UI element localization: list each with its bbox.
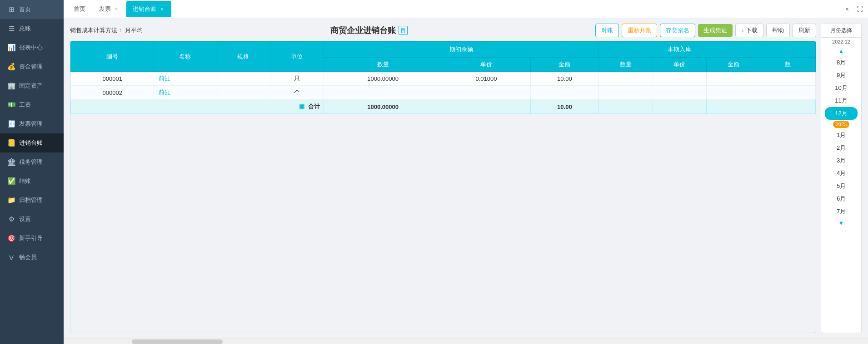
- assets-icon: 🏢: [7, 82, 15, 90]
- sidebar-item-reports[interactable]: 📊 报表中心: [0, 38, 64, 57]
- sidebar-item-home[interactable]: ⊞ 首页: [0, 0, 64, 19]
- sidebar-item-settings[interactable]: ⚙ 设置: [0, 210, 64, 229]
- checkout-icon: ✅: [7, 177, 15, 185]
- tab-invoice-close[interactable]: ×: [114, 6, 119, 12]
- month-10[interactable]: 10月: [821, 82, 861, 94]
- refresh-button[interactable]: 刷新: [793, 24, 816, 37]
- sidebar-item-archive[interactable]: 📁 归档管理: [0, 191, 64, 210]
- total-label: ▣ 合计: [71, 100, 324, 114]
- row1-ob-qty: 1000.00000: [324, 72, 442, 86]
- sidebar-item-assets[interactable]: 🏢 固定资产: [0, 76, 64, 95]
- guide-icon: 🎯: [7, 234, 15, 242]
- total-text: 合计: [308, 103, 320, 110]
- row2-ob-amount: [530, 86, 599, 100]
- col-header-id: 编号: [71, 42, 154, 72]
- total-in-qty: [599, 100, 653, 114]
- month-7[interactable]: 7月: [821, 205, 861, 218]
- sidebar-item-invoice-mgmt[interactable]: 🧾 发票管理: [0, 114, 64, 133]
- reconcile-button[interactable]: 对账: [595, 24, 619, 37]
- salary-icon: 💵: [7, 101, 15, 109]
- tab-purchase-sales[interactable]: 进销台账 ×: [126, 1, 171, 17]
- tab-home[interactable]: 首页: [67, 1, 92, 17]
- total-extra: [760, 100, 816, 114]
- sidebar-item-finance[interactable]: 💰 资金管理: [0, 57, 64, 76]
- month-1[interactable]: 1月: [821, 129, 861, 142]
- row1-spec: [216, 72, 270, 86]
- tax-icon: 🏦: [7, 158, 15, 166]
- sidebar-item-label: 进销台账: [19, 139, 43, 147]
- save-alias-button[interactable]: 存货别名: [660, 24, 695, 37]
- tab-invoice[interactable]: 发票 ×: [93, 1, 125, 17]
- page-title: 商贸企业进销台账 目: [330, 25, 408, 36]
- total-ob-amount: 10.00: [530, 100, 599, 114]
- month-scroll-up-button[interactable]: ▲: [821, 46, 861, 56]
- purchase-sales-icon: 📒: [7, 139, 15, 147]
- download-button[interactable]: ↓ 下载: [735, 24, 763, 37]
- page-title-icon: 目: [399, 26, 408, 35]
- month-9[interactable]: 9月: [821, 69, 861, 82]
- sidebar-item-guide[interactable]: 🎯 新手引导: [0, 229, 64, 248]
- cost-method: 销售成本计算方法： 月平均: [70, 26, 143, 34]
- generate-voucher-button[interactable]: 生成凭证: [698, 24, 733, 37]
- total-in-amount: [707, 100, 760, 114]
- sidebar-item-label: 畅会员: [19, 253, 37, 261]
- sidebar: ⊞ 首页 ☰ 总账 📊 报表中心 💰 资金管理 🏢 固定资产 💵 工资 🧾 发票…: [0, 0, 64, 344]
- col-sub-in-qty: 数量: [599, 58, 653, 72]
- col-sub-in-amount: 金额: [707, 58, 760, 72]
- sidebar-item-label: 归档管理: [19, 196, 43, 204]
- window-close-button[interactable]: ×: [843, 5, 852, 14]
- row1-extra: [760, 72, 816, 86]
- ledger-icon: ☰: [7, 25, 15, 33]
- col-header-name: 名称: [154, 42, 216, 72]
- tab-purchase-sales-close[interactable]: ×: [159, 6, 165, 12]
- total-ob-price: [442, 100, 530, 114]
- month-5[interactable]: 5月: [821, 180, 861, 192]
- sidebar-item-salary[interactable]: 💵 工资: [0, 95, 64, 114]
- row2-extra: [760, 86, 816, 100]
- month-6[interactable]: 6月: [821, 192, 861, 205]
- help-button[interactable]: 帮助: [766, 24, 790, 37]
- total-ob-qty: 1000.00000: [324, 100, 442, 114]
- total-icon: ▣: [299, 103, 304, 110]
- row2-in-amount: [707, 86, 760, 100]
- month-8[interactable]: 8月: [821, 56, 861, 69]
- action-buttons: 对账 重新开账 存货别名 生成凭证 ↓ 下载 帮助 刷新: [595, 24, 816, 37]
- sidebar-item-vip[interactable]: V 畅会员: [0, 248, 64, 267]
- row1-name: 前缸: [154, 72, 216, 86]
- row2-in-qty: [599, 86, 653, 100]
- row1-ob-price: 0.01000: [442, 72, 530, 86]
- scroll-thumb[interactable]: [132, 339, 223, 344]
- tab-purchase-sales-label: 进销台账: [133, 5, 156, 13]
- month-3[interactable]: 3月: [821, 154, 861, 167]
- window-maximize-button[interactable]: ⛶: [855, 5, 864, 14]
- month-12[interactable]: 12月: [825, 107, 858, 120]
- month-11[interactable]: 11月: [821, 94, 861, 107]
- horizontal-scrollbar[interactable]: [64, 339, 868, 344]
- tab-invoice-label: 发票: [99, 5, 111, 13]
- reopen-button[interactable]: 重新开账: [622, 24, 657, 37]
- sidebar-item-label: 税务管理: [19, 158, 43, 166]
- vip-icon: V: [7, 254, 15, 261]
- home-icon: ⊞: [7, 5, 15, 14]
- month-scroll-down-button[interactable]: ▼: [821, 218, 861, 228]
- window-controls: × ⛶: [843, 5, 864, 14]
- row2-unit: 个: [270, 86, 324, 100]
- month-2[interactable]: 2月: [821, 142, 861, 154]
- table-row: 000001 前缸 只 1000.00000 0.01000 10.00: [71, 72, 816, 86]
- sidebar-item-ledger[interactable]: ☰ 总账: [0, 19, 64, 38]
- row1-in-qty: [599, 72, 653, 86]
- row1-unit: 只: [270, 72, 324, 86]
- row2-name: 前缸: [154, 86, 216, 100]
- col-sub-ob-qty: 数量: [324, 58, 442, 72]
- col-header-extra: [760, 42, 816, 58]
- sidebar-item-checkout[interactable]: ✅ 结账: [0, 172, 64, 191]
- sidebar-item-tax[interactable]: 🏦 税务管理: [0, 152, 64, 172]
- year-2022-label: 2022.12: [821, 38, 861, 46]
- finance-icon: 💰: [7, 63, 15, 71]
- row2-in-price: [653, 86, 706, 100]
- month-selector-panel: 月份选择 2022.12 ▲ 8月 9月 10月 11月 12月 2023 1月…: [821, 24, 862, 333]
- month-4[interactable]: 4月: [821, 167, 861, 180]
- sidebar-item-purchase-sales[interactable]: 📒 进销台账: [0, 133, 64, 152]
- toolbar-row: 销售成本计算方法： 月平均 商贸企业进销台账 目 对账 重新开账 存货别名 生成…: [70, 24, 816, 37]
- main-content: 首页 发票 × 进销台账 × × ⛶ 销售成本计算方法： 月平均 商贸企业进销台…: [64, 0, 868, 344]
